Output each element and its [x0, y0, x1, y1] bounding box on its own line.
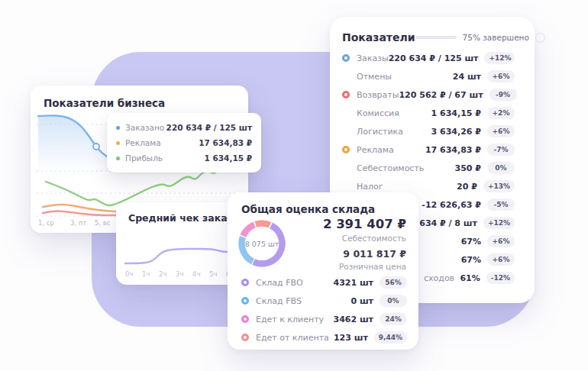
metric-value: 61% — [460, 273, 480, 283]
metric-value: 4 634 ₽ / 8 шт — [411, 218, 477, 228]
metric-value: 67% — [461, 237, 481, 247]
metric-ring-icon — [342, 91, 350, 98]
kpi-row[interactable]: Возвраты 120 562 ₽ / 67 шт -9% — [342, 85, 515, 104]
series-dot-icon — [116, 156, 120, 160]
legend-ring-icon — [241, 279, 249, 286]
metric-value: 67% — [461, 255, 481, 265]
x-tick-label: 5ч — [209, 270, 226, 278]
legend-label: Едет к клиенту — [256, 315, 324, 324]
metric-value: 220 634 ₽ / 125 шт — [389, 53, 479, 63]
tooltip-row: Прибыль 1 634,15 ₽ — [116, 150, 252, 166]
metric-label: Возвраты — [357, 90, 399, 100]
dashboard-stage: Показатели бизнеса 1, ср3, пт5, вс Заказ… — [0, 0, 588, 371]
donut-center-label: 8 075 шт — [235, 217, 289, 270]
warehouse-legend-row[interactable]: Едет от клиента 123 шт 9,44% — [241, 328, 407, 347]
avg-check-x-axis: 0ч1ч2ч3ч4ч5ч6ч — [125, 270, 243, 278]
tooltip-value: 17 634,83 ₽ — [199, 138, 252, 147]
metric-change-badge: +2% — [487, 107, 515, 119]
warehouse-legend-row[interactable]: Склад FBO 4321 шт 56% — [241, 273, 407, 292]
legend-ring-icon — [241, 297, 249, 305]
metric-value: 350 ₽ — [455, 163, 481, 173]
series-dot-icon — [116, 126, 120, 130]
tooltip-row: Заказано 220 634 ₽ / 125 шт — [116, 120, 252, 135]
progress-label: 75% завершено — [463, 33, 529, 42]
legend-value: 0 шт — [351, 296, 373, 306]
legend-pct-badge: 9,44% — [374, 331, 407, 344]
warehouse-card: Общая оценка склада 8 075 шт 2 391 407 ₽… — [228, 192, 418, 350]
metric-ring-icon — [342, 54, 350, 62]
metric-ring-icon — [342, 146, 350, 153]
tooltip-value: 1 634,15 ₽ — [205, 153, 252, 163]
kpi-row[interactable]: Отмены 24 шт +6% — [342, 67, 515, 85]
x-tick-label: 0ч — [125, 270, 142, 278]
metric-label: Заказы — [357, 53, 389, 63]
metric-change-badge: +12% — [483, 217, 515, 229]
metric-value: 120 562 ₽ / 67 шт — [399, 90, 483, 100]
x-tick-label: 4ч — [192, 270, 209, 278]
x-tick-label: 2ч — [159, 270, 176, 278]
legend-label: Склад FBS — [256, 296, 302, 306]
progress-indicator: 75% завершено — [415, 33, 545, 43]
legend-ring-icon — [241, 334, 249, 341]
kpi-row[interactable]: Себестоимость 350 ₽ 0% — [342, 159, 515, 177]
metric-label: Отмены — [357, 72, 392, 82]
metric-value: 1 634,15 ₽ — [431, 108, 481, 118]
metric-value: 3 634,26 ₽ — [431, 127, 481, 137]
warehouse-legend-row[interactable]: Едет к клиенту 3462 шт 24% — [241, 310, 407, 328]
legend-pct-badge: 56% — [380, 276, 407, 289]
metric-change-badge: +6% — [487, 235, 515, 247]
cost-total-label: Себестоимость — [323, 234, 406, 243]
tooltip-label: Заказано — [125, 123, 164, 132]
kpi-card-title: Показатели — [342, 31, 415, 44]
legend-pct-badge: 24% — [380, 313, 407, 325]
kpi-row[interactable]: Комиссия 1 634,15 ₽ +2% — [342, 104, 515, 122]
warehouse-legend-row[interactable]: Склад FBS 0 шт 0% — [241, 292, 407, 310]
tooltip-row: Реклама 17 634,83 ₽ — [116, 135, 252, 150]
tooltip-label: Реклама — [125, 138, 161, 147]
warehouse-totals: 2 391 407 ₽ Себестоимость 9 011 817 ₽ Ро… — [323, 217, 406, 271]
metric-value: 24 шт — [453, 72, 481, 82]
warehouse-card-title: Общая оценка склада — [241, 203, 375, 215]
legend-value: 3462 шт — [333, 315, 373, 324]
x-tick-label: 3ч — [176, 270, 192, 278]
metric-change-badge: -12% — [486, 272, 515, 284]
metric-change-badge: +6% — [487, 253, 515, 266]
warehouse-legend: Склад FBO 4321 шт 56% Склад FBS 0 шт 0% … — [241, 273, 407, 347]
tooltip-value: 220 634 ₽ / 125 шт — [166, 123, 252, 132]
metric-value: 20 ₽ — [457, 182, 477, 192]
progress-status-icon[interactable] — [535, 33, 545, 43]
metric-change-badge: +13% — [483, 180, 515, 192]
x-tick-label: 1, ср — [38, 219, 54, 227]
kpi-header: Показатели 75% завершено — [330, 17, 535, 48]
chart-tooltip: Заказано 220 634 ₽ / 125 шт Реклама 17 6… — [107, 113, 261, 173]
metric-change-badge: +6% — [487, 125, 515, 137]
legend-label: Едет от клиента — [256, 333, 329, 343]
metric-change-badge: -9% — [489, 89, 517, 101]
metric-change-badge: +12% — [484, 52, 515, 64]
metric-change-badge: 0% — [487, 162, 515, 174]
retail-total-value: 9 011 817 ₽ — [323, 248, 406, 260]
cost-total-value: 2 391 407 ₽ — [323, 217, 406, 231]
metric-label: Себестоимость — [357, 163, 424, 173]
legend-label: Склад FBO — [256, 278, 303, 288]
metric-change-badge: -5% — [487, 198, 515, 211]
metric-label: сходов — [424, 273, 454, 283]
legend-value: 123 шт — [334, 333, 368, 343]
kpi-row[interactable]: Заказы 220 634 ₽ / 125 шт +12% — [342, 49, 515, 67]
kpi-row[interactable]: Реклама 17 634,83 ₽ -7% — [342, 140, 515, 159]
retail-total-label: Розничная цена — [323, 262, 406, 271]
metric-value: 17 634,83 ₽ — [425, 145, 481, 155]
progress-track — [415, 36, 457, 39]
x-tick-label: 3, пт — [70, 219, 86, 227]
metric-label: Комиссия — [357, 108, 399, 118]
metric-label: Реклама — [357, 145, 394, 155]
metric-label: Логистика — [357, 127, 403, 137]
business-card-title: Показатели бизнеса — [44, 97, 165, 109]
metric-label: Налог — [357, 182, 383, 192]
metric-change-badge: -7% — [487, 144, 515, 156]
series-dot-icon — [116, 141, 120, 145]
x-tick-label: 5, вс — [95, 219, 111, 227]
legend-ring-icon — [241, 315, 249, 323]
kpi-row[interactable]: Логистика 3 634,26 ₽ +6% — [342, 122, 515, 140]
legend-pct-badge: 0% — [380, 295, 407, 307]
